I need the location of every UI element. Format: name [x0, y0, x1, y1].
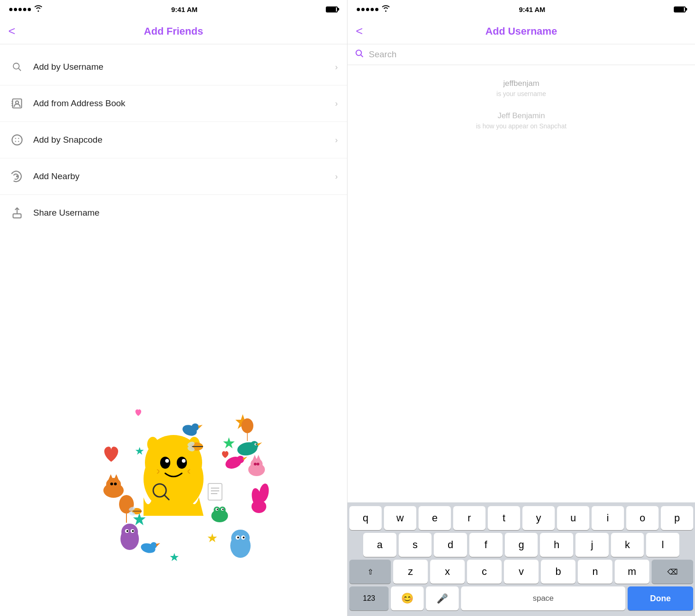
left-status-bar: 9:41 AM: [0, 0, 347, 18]
svg-rect-8: [13, 214, 21, 218]
key-v[interactable]: v: [504, 560, 539, 584]
contacts-icon: [9, 96, 25, 111]
right-panel: 9:41 AM < Add Username jeffbenjam is you…: [348, 0, 695, 616]
keyboard: q w e r t y u i o p a s d f g h j k l ⇧ …: [348, 502, 695, 616]
add-snapcode-chevron: ›: [335, 135, 338, 145]
svg-point-79: [243, 537, 245, 538]
add-address-book-label: Add from Address Book: [33, 98, 335, 109]
key-s[interactable]: s: [399, 533, 432, 557]
username-subtitle: is your username: [357, 90, 686, 97]
svg-marker-84: [135, 447, 144, 455]
add-address-book-chevron: ›: [335, 99, 338, 109]
left-status-left: [9, 5, 43, 14]
svg-marker-26: [208, 533, 217, 542]
add-username-label: Add by Username: [33, 62, 335, 72]
key-emoji[interactable]: 😊: [391, 586, 424, 610]
svg-point-23: [237, 456, 244, 463]
svg-marker-35: [108, 474, 114, 481]
key-k[interactable]: k: [611, 533, 644, 557]
key-g[interactable]: g: [505, 533, 538, 557]
key-shift[interactable]: ⇧: [349, 560, 391, 584]
svg-point-60: [254, 463, 257, 465]
svg-point-37: [110, 483, 113, 485]
key-m[interactable]: m: [615, 560, 649, 584]
key-j[interactable]: j: [575, 533, 609, 557]
add-snapcode-label: Add by Snapcode: [33, 135, 335, 145]
key-p[interactable]: p: [661, 506, 693, 530]
key-mic[interactable]: 🎤: [426, 586, 459, 610]
key-b[interactable]: b: [541, 560, 575, 584]
right-header-title: Add Username: [485, 25, 557, 37]
svg-point-16: [182, 459, 186, 463]
svg-point-13: [160, 457, 170, 469]
snapchat-illustration: [0, 323, 347, 616]
svg-point-49: [250, 441, 258, 449]
key-w[interactable]: w: [384, 506, 416, 530]
search-bar: [348, 44, 695, 65]
key-x[interactable]: x: [430, 560, 465, 584]
key-delete[interactable]: ⌫: [652, 560, 693, 584]
svg-point-0: [13, 63, 19, 69]
svg-point-14: [177, 457, 187, 469]
svg-point-62: [241, 418, 253, 433]
key-y[interactable]: y: [522, 506, 555, 530]
svg-point-25: [150, 542, 157, 549]
key-done[interactable]: Done: [628, 586, 693, 610]
key-i[interactable]: i: [592, 506, 624, 530]
left-back-button[interactable]: <: [8, 24, 15, 38]
right-wifi-icon: [381, 5, 390, 14]
key-c[interactable]: c: [467, 560, 502, 584]
svg-point-32: [132, 530, 134, 532]
key-d[interactable]: d: [434, 533, 467, 557]
left-wifi-icon: [34, 5, 43, 14]
key-z[interactable]: z: [393, 560, 428, 584]
key-f[interactable]: f: [469, 533, 503, 557]
search-bar-icon: [355, 49, 364, 60]
svg-marker-59: [256, 455, 261, 460]
display-name: Jeff Benjamin: [357, 111, 686, 121]
menu-item-add-nearby[interactable]: Add Nearby ›: [0, 158, 347, 195]
add-nearby-chevron: ›: [335, 172, 338, 181]
svg-point-71: [217, 509, 218, 510]
menu-item-share-username[interactable]: Share Username: [0, 195, 347, 231]
svg-point-31: [126, 530, 128, 532]
right-header: < Add Username: [348, 18, 695, 44]
key-a[interactable]: a: [363, 533, 396, 557]
key-space[interactable]: space: [461, 586, 625, 610]
add-nearby-label: Add Nearby: [33, 171, 335, 181]
svg-line-86: [361, 55, 363, 57]
right-status-left: [357, 5, 390, 14]
key-e[interactable]: e: [419, 506, 451, 530]
search-icon: [9, 59, 25, 75]
snapcode-icon: [9, 132, 25, 148]
key-l[interactable]: l: [646, 533, 679, 557]
share-icon: [9, 205, 25, 221]
menu-item-add-address-book[interactable]: Add from Address Book ›: [0, 85, 347, 122]
right-spacer: [348, 144, 695, 502]
key-o[interactable]: o: [626, 506, 659, 530]
key-n[interactable]: n: [578, 560, 612, 584]
key-r[interactable]: r: [453, 506, 485, 530]
search-input[interactable]: [369, 49, 688, 60]
left-menu-list: Add by Username › Add from Address Book …: [0, 44, 347, 323]
left-time: 9:41 AM: [171, 6, 198, 13]
add-username-chevron: ›: [335, 62, 338, 72]
svg-point-38: [114, 483, 117, 485]
menu-item-add-username[interactable]: Add by Username ›: [0, 49, 347, 85]
right-status-bar: 9:41 AM: [348, 0, 695, 18]
key-q[interactable]: q: [349, 506, 382, 530]
svg-point-15: [165, 459, 169, 463]
keyboard-row-1: q w e r t y u i o p: [349, 506, 693, 530]
right-back-button[interactable]: <: [356, 24, 363, 38]
svg-marker-58: [252, 455, 257, 460]
key-numbers[interactable]: 123: [349, 586, 389, 610]
left-panel: 9:41 AM < Add Friends Add by Username ›: [0, 0, 348, 616]
menu-item-add-snapcode[interactable]: Add by Snapcode ›: [0, 122, 347, 158]
svg-marker-73: [170, 553, 179, 562]
key-h[interactable]: h: [540, 533, 573, 557]
svg-marker-19: [223, 437, 235, 448]
svg-point-7: [16, 175, 18, 177]
left-header: < Add Friends: [0, 18, 347, 44]
key-u[interactable]: u: [557, 506, 589, 530]
key-t[interactable]: t: [488, 506, 520, 530]
